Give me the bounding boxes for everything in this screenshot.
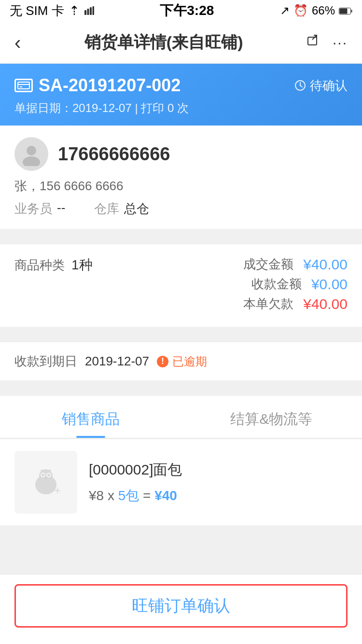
product-info: [0000002]面包 ¥8 x 5包 = ¥40 (89, 460, 348, 505)
received-label: 收款金额 (251, 276, 302, 293)
product-types-value: 1种 (71, 256, 93, 274)
transaction-label: 成交金额 (243, 256, 293, 273)
tab-sales-products[interactable]: 销售商品 (0, 396, 181, 438)
owed-amount: ¥40.00 (303, 296, 348, 312)
product-image: + (14, 451, 77, 514)
product-price: ¥8 x 5包 = ¥40 (89, 487, 348, 505)
order-date: 单据日期：2019-12-07 | 打印 0 次 (14, 100, 348, 116)
product-types-label: 商品种类 (14, 257, 65, 274)
received-amount: ¥0.00 (311, 276, 348, 293)
tabs-container: 销售商品 结算&物流等 (0, 396, 362, 438)
overdue-badge: ! 已逾期 (157, 354, 207, 369)
status-right: ↗ ⏰ 66% (280, 4, 352, 17)
status-text: 待确认 (310, 77, 348, 94)
price-equals: = (143, 488, 154, 503)
svg-rect-1 (87, 9, 89, 15)
overdue-text: 已逾期 (172, 354, 207, 369)
product-name: [0000002]面包 (89, 460, 348, 480)
alarm-icon: ⏰ (293, 4, 308, 17)
battery-text: 66% (312, 4, 335, 17)
location-icon: ↗ (280, 4, 290, 17)
nav-icons: ··· (306, 33, 348, 52)
svg-point-16 (23, 156, 40, 166)
avatar (14, 137, 48, 171)
status-left: 无 SIM 卡 ⇡ (10, 2, 94, 19)
svg-rect-5 (339, 9, 347, 14)
salesperson-label: 业务员 (14, 200, 52, 217)
price-qty: 5包 (118, 488, 139, 503)
svg-rect-3 (92, 6, 94, 15)
battery-icon (339, 4, 352, 17)
order-header: SA-20191207-002 待确认 单据日期：2019-12-07 | 打印… (0, 64, 362, 126)
due-date-card: 收款到期日 2019-12-07 ! 已逾期 (0, 342, 362, 380)
order-info-card: 商品种类 1种 成交金额 ¥40.00 收款金额 ¥0.00 本单欠款 ¥40.… (0, 244, 362, 327)
nav-bar: ‹ 销货单详情(来自旺铺) ··· (0, 21, 362, 64)
price-total: ¥40 (154, 488, 177, 503)
no-sim-text: 无 SIM 卡 (10, 2, 64, 19)
svg-rect-7 (308, 37, 317, 45)
svg-line-14 (300, 85, 302, 87)
product-card: + [0000002]面包 ¥8 x 5包 = ¥40 (0, 439, 362, 525)
order-id: SA-20191207-002 (14, 75, 181, 96)
price-multiplier: x (108, 488, 118, 503)
overdue-dot-icon: ! (157, 356, 168, 367)
page-title: 销货单详情(来自旺铺) (84, 31, 243, 54)
salesperson-value: -- (57, 200, 65, 217)
svg-rect-9 (18, 82, 29, 89)
customer-name: 张，156 6666 6666 (14, 178, 348, 195)
share-icon[interactable] (306, 33, 321, 52)
warehouse-label: 仓库 (94, 200, 119, 217)
divider-3 (0, 388, 362, 396)
status-time: 下午3:28 (160, 1, 214, 20)
svg-rect-6 (351, 10, 352, 13)
svg-rect-0 (84, 10, 86, 15)
svg-point-15 (27, 146, 36, 155)
signal-icon (84, 3, 94, 18)
transaction-amount: ¥40.00 (303, 256, 348, 273)
tab-settlement[interactable]: 结算&物流等 (181, 396, 362, 438)
warehouse-value: 总仓 (124, 200, 149, 217)
status-bar: 无 SIM 卡 ⇡ 下午3:28 ↗ ⏰ 66% (0, 0, 362, 21)
divider-2 (0, 335, 362, 342)
owed-label: 本单欠款 (243, 295, 293, 312)
more-icon[interactable]: ··· (333, 34, 348, 51)
due-date-label: 收款到期日 (14, 353, 77, 370)
bottom-bar: 旺铺订单确认 (0, 574, 362, 644)
due-date-value: 2019-12-07 (85, 354, 149, 369)
price-value: ¥8 (89, 488, 104, 503)
svg-point-21 (42, 474, 44, 476)
confirm-button[interactable]: 旺铺订单确认 (14, 584, 348, 628)
amounts: 成交金额 ¥40.00 收款金额 ¥0.00 本单欠款 ¥40.00 (243, 256, 348, 315)
order-icon (14, 79, 33, 92)
back-button[interactable]: ‹ (14, 33, 21, 52)
order-status: 待确认 (294, 77, 348, 94)
customer-meta: 业务员 -- 仓库 总仓 (14, 200, 348, 217)
customer-phone: 17666666666 (58, 144, 170, 165)
svg-text:+: + (54, 484, 61, 497)
svg-rect-2 (90, 7, 92, 15)
svg-point-22 (47, 474, 50, 476)
wifi-icon: ⇡ (69, 3, 80, 18)
customer-card: 17666666666 张，156 6666 6666 业务员 -- 仓库 总仓 (0, 126, 362, 229)
divider-1 (0, 237, 362, 244)
